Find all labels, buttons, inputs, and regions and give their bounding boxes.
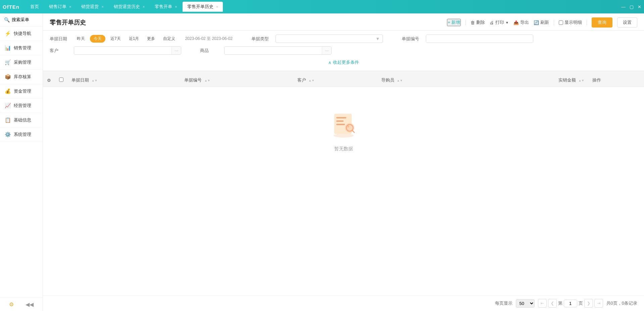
top-bar: OfTEn 首页销售订单×销货退货×销货退货历史×零售开单×零售开单历史× — … (0, 0, 644, 13)
page-total: 共0页，0条记录 (606, 300, 637, 306)
prev-page-btn[interactable]: ❮ (548, 299, 557, 308)
collapse-sidebar-icon[interactable]: ◀◀ (26, 301, 34, 308)
customer-input[interactable] (74, 47, 171, 54)
sidebar-item-sales-mgmt[interactable]: 📊 销售管理 (0, 41, 43, 55)
th-date: 单据日期 ▲▼ (67, 74, 180, 87)
print-dropdown-icon: ▼ (505, 21, 509, 24)
sidebar-search[interactable]: 🔍 搜索采单 (0, 13, 43, 27)
display-cols-input[interactable] (559, 20, 563, 25)
last-page-btn[interactable]: ⇥ (594, 299, 603, 308)
maximize-btn[interactable]: ▢ (630, 4, 634, 9)
select-all-checkbox[interactable] (59, 77, 63, 82)
export-icon: 📤 (513, 20, 519, 25)
bill-type-dropdown[interactable]: ▼ (276, 35, 383, 43)
date-filter-label: 单据日期 (50, 36, 68, 42)
goods-input[interactable] (225, 47, 322, 54)
sidebar-search-label: 搜索采单 (12, 17, 29, 23)
page-number-input[interactable] (564, 300, 577, 307)
page-size-select[interactable]: 10 20 50 100 (516, 299, 535, 308)
bill-no-input[interactable] (426, 35, 533, 43)
sidebar-item-business[interactable]: 📈 经营管理 (0, 99, 43, 113)
tab-label-sales-order: 销售订单 (49, 4, 66, 10)
tab-label-home: 首页 (30, 4, 39, 10)
th-settings[interactable]: ⚙ (43, 74, 55, 87)
sidebar-item-basic-info[interactable]: 📋 基础信息 (0, 113, 43, 127)
sort-no-icon[interactable]: ▲▼ (204, 79, 210, 82)
tab-retail-open-history[interactable]: 零售开单历史× (183, 2, 223, 12)
sort-amount-icon[interactable]: ▲▼ (578, 79, 584, 82)
print-button[interactable]: 🖨 打印 ▼ (490, 19, 509, 25)
bill-no-label: 单据编号 (402, 36, 420, 42)
tabs-container: 首页销售订单×销货退货×销货退货历史×零售开单×零售开单历史× (26, 2, 223, 12)
next-page-btn[interactable]: ❯ (584, 299, 593, 308)
sidebar-label-basic-info: 基础信息 (14, 117, 31, 123)
tab-sales-return[interactable]: 销货退货× (77, 2, 108, 12)
refresh-button[interactable]: 🔄 刷新 (534, 19, 549, 25)
delete-button[interactable]: 🗑 删除 (470, 19, 485, 25)
sidebar-menu: ⚡ 快捷导航 📊 销售管理 🛒 采购管理 📦 库存核算 💰 资金管理 📈 经营管… (0, 27, 43, 298)
export-button[interactable]: 📤 导出 (513, 19, 529, 25)
tab-bar: OfTEn 首页销售订单×销货退货×销货退货历史×零售开单×零售开单历史× (3, 2, 621, 12)
sort-customer-icon[interactable]: ▲▼ (308, 79, 314, 82)
date-filters: 昨天 今天 近7天 近1月 更多 自定义 (74, 35, 178, 43)
empty-icon (327, 107, 360, 141)
filter-row-2: 客户 ··· 商品 ··· (50, 46, 637, 55)
date-1month[interactable]: 近1月 (126, 35, 142, 43)
query-button[interactable]: 查询 (592, 17, 612, 28)
customer-label: 客户 (50, 48, 68, 54)
sidebar-icon-sales-mgmt: 📊 (5, 45, 11, 51)
goods-ellipsis-btn[interactable]: ··· (322, 47, 331, 54)
display-cols-checkbox[interactable]: 显示明细 (559, 19, 582, 25)
print-label: 打印 (495, 19, 504, 25)
svg-point-8 (347, 125, 349, 127)
sort-date-icon[interactable]: ▲▼ (92, 79, 98, 82)
sidebar-icon-finance: 💰 (5, 88, 11, 94)
refresh-label: 刷新 (540, 19, 549, 25)
first-page-btn[interactable]: ⇤ (538, 299, 547, 308)
collapse-btn[interactable]: ∧ 收起更多条件 (50, 58, 637, 67)
tab-label-retail-open: 零售开单 (155, 4, 172, 10)
date-7days[interactable]: 近7天 (107, 35, 124, 43)
date-more[interactable]: 更多 (144, 35, 158, 43)
svg-rect-4 (336, 124, 345, 125)
customer-input-wrap: ··· (74, 46, 181, 55)
bill-type-arrow-icon: ▼ (376, 36, 380, 41)
print-icon: 🖨 (490, 20, 494, 25)
sidebar-label-purchase-mgmt: 采购管理 (14, 59, 31, 65)
date-custom[interactable]: 自定义 (160, 35, 178, 43)
table-header: ⚙ 单据日期 ▲▼ 单据编号 ▲▼ 客户 (43, 74, 644, 87)
tab-close-sales-order[interactable]: × (69, 5, 71, 9)
setting-button[interactable]: 设置 (617, 17, 637, 28)
add-button[interactable]: + 新增 (447, 19, 461, 26)
tab-close-retail-open[interactable]: × (175, 5, 177, 9)
close-btn[interactable]: ✕ (638, 4, 641, 9)
goods-input-wrap: ··· (224, 46, 332, 55)
sidebar-item-finance[interactable]: 💰 资金管理 (0, 84, 43, 99)
customer-ellipsis-btn[interactable]: ··· (171, 47, 181, 54)
delete-label: 删除 (476, 19, 485, 25)
filter-area: 单据日期 昨天 今天 近7天 近1月 更多 自定义 2023-06-02 至 2… (43, 31, 644, 71)
date-today[interactable]: 今天 (90, 35, 105, 43)
tab-home[interactable]: 首页 (26, 2, 44, 12)
tab-close-sales-return-history[interactable]: × (143, 5, 145, 9)
sidebar: 🔍 搜索采单 ⚡ 快捷导航 📊 销售管理 🛒 采购管理 📦 库存核算 💰 资金管… (0, 13, 43, 311)
sidebar-label-business: 经营管理 (14, 103, 31, 109)
sidebar-item-purchase-mgmt[interactable]: 🛒 采购管理 (0, 55, 43, 70)
tab-label-sales-return: 销货退货 (81, 4, 99, 10)
table-wrap: ⚙ 单据日期 ▲▼ 单据编号 ▲▼ 客户 (43, 74, 644, 311)
tab-label-sales-return-history: 销货退货历史 (114, 4, 140, 10)
date-yesterday[interactable]: 昨天 (74, 35, 88, 43)
sidebar-label-finance: 资金管理 (14, 88, 31, 94)
settings-gear-icon[interactable]: ⚙ (9, 301, 14, 308)
sidebar-item-sys-mgmt[interactable]: ⚙️ 系统管理 (0, 127, 43, 142)
tab-close-sales-return[interactable]: × (101, 5, 103, 9)
tab-sales-order[interactable]: 销售订单× (44, 2, 76, 12)
tab-sales-return-history[interactable]: 销货退货历史× (109, 2, 149, 12)
tab-close-retail-open-history[interactable]: × (216, 5, 218, 9)
sidebar-item-quick-nav[interactable]: ⚡ 快捷导航 (0, 27, 43, 41)
tab-retail-open[interactable]: 零售开单× (150, 2, 182, 12)
page-title: 零售开单历史 (50, 18, 86, 27)
minimize-btn[interactable]: — (621, 4, 626, 9)
sort-guide-icon[interactable]: ▲▼ (397, 79, 403, 82)
sidebar-item-inventory[interactable]: 📦 库存核算 (0, 70, 43, 84)
